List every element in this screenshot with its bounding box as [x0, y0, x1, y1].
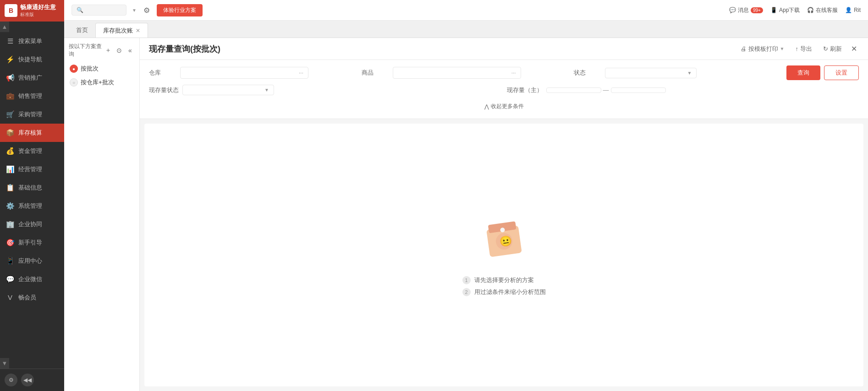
print-dropdown-icon: ▼ — [780, 46, 785, 51]
sidebar-item-quick-nav[interactable]: ⚡ 快捷导航 — [0, 50, 64, 69]
empty-icon-svg: 😐 — [477, 214, 532, 269]
sidebar-item-enterprise[interactable]: 🏢 企业协同 — [0, 215, 64, 234]
user-avatar[interactable]: 👤 Rit — [845, 7, 861, 13]
sidebar-item-wechat[interactable]: 💬 企业微信 — [0, 270, 64, 288]
refresh-btn[interactable]: ↻ 刷新 — [819, 43, 846, 55]
sidebar-item-purchase[interactable]: 🛒 采购管理 — [0, 105, 64, 124]
printer-icon: 🖨 — [741, 45, 747, 52]
sidebar-item-sales[interactable]: 💼 销售管理 — [0, 87, 64, 105]
online-service-btn[interactable]: 🎧 在线客服 — [807, 6, 838, 14]
sidebar-item-sales-label: 销售管理 — [18, 92, 42, 100]
inventory-icon: 📦 — [5, 128, 15, 137]
sidebar-item-basic-info[interactable]: 📋 基础信息 — [0, 179, 64, 197]
page-title: 现存量查询(按批次) — [149, 43, 220, 54]
topbar: 🔍 ▼ ⚙ 体验行业方案 💬 消息 99+ 📱 App下载 🎧 在线客服 — [64, 0, 868, 21]
tab-home[interactable]: 首页 — [69, 23, 95, 38]
enterprise-icon: 🏢 — [5, 220, 15, 229]
sidebar-item-finance-label: 资金管理 — [18, 147, 42, 155]
page-area: 按以下方案查询 ＋ ⊙ « ● 按批次 ○ 按仓库+批次 — [64, 38, 868, 391]
step-2-text: 用过滤条件来缩小分析范围 — [474, 288, 546, 296]
experience-industry-btn[interactable]: 体验行业方案 — [157, 4, 203, 16]
inventory-qty-label: 现存量（主） — [507, 86, 543, 94]
sidebar-item-marketing-label: 营销推广 — [18, 74, 42, 82]
message-btn[interactable]: 💬 消息 99+ — [729, 6, 763, 14]
search-dropdown-arrow[interactable]: ▼ — [132, 8, 137, 13]
settings-bottom-btn[interactable]: ⚙ — [5, 374, 17, 386]
left-panel: 按以下方案查询 ＋ ⊙ « ● 按批次 ○ 按仓库+批次 — [64, 38, 140, 391]
search-icon: 🔍 — [77, 7, 83, 13]
sidebar-item-finance[interactable]: 💰 资金管理 — [0, 142, 64, 160]
guide-icon: 🎯 — [5, 238, 15, 247]
collapse-more-btn[interactable]: ⋀ 收起更多条件 — [149, 100, 859, 113]
empty-illustration: 😐 — [477, 214, 532, 269]
basic-info-icon: 📋 — [5, 183, 15, 192]
message-label: 消息 — [738, 6, 749, 14]
tab-inventory-batch[interactable]: 库存批次账 ✕ — [95, 23, 148, 38]
tabs-bar: 首页 库存批次账 ✕ — [64, 21, 868, 38]
export-btn[interactable]: ↑ 导出 — [792, 43, 816, 55]
page-actions: 🖨 按模板打印 ▼ ↑ 导出 ↻ 刷新 ✕ — [737, 43, 859, 55]
sidebar-item-marketing[interactable]: 📢 营销推广 — [0, 69, 64, 87]
sidebar-item-purchase-label: 采购管理 — [18, 110, 42, 119]
inventory-status-select[interactable]: ▼ — [182, 85, 274, 95]
inventory-qty-to[interactable] — [611, 87, 666, 93]
app-logo: B — [5, 4, 17, 17]
tab-close-icon[interactable]: ✕ — [136, 27, 140, 34]
sidebar-item-system[interactable]: ⚙️ 系统管理 — [0, 197, 64, 215]
sidebar-collapse-btn[interactable]: ◀◀ — [21, 374, 34, 386]
scheme-item-warehouse-batch[interactable]: ○ 按仓库+批次 — [64, 76, 139, 89]
sidebar-item-app-center-label: 应用中心 — [18, 257, 42, 265]
search-menu-icon: ☰ — [5, 37, 15, 46]
online-service-label: 在线客服 — [816, 6, 838, 14]
query-btn[interactable]: 查询 — [786, 65, 820, 80]
sidebar-item-operations[interactable]: 📊 经营管理 — [0, 160, 64, 179]
left-panel-header: 按以下方案查询 ＋ ⊙ « — [64, 43, 139, 62]
app-info: 畅康通好生意 标准版 — [20, 4, 56, 18]
sidebar-item-app-center[interactable]: 📱 应用中心 — [0, 252, 64, 270]
sidebar-scroll-up[interactable]: ▲ — [0, 22, 9, 32]
scheme-batch-label: 按批次 — [81, 65, 99, 73]
goods-input[interactable]: ··· — [393, 67, 521, 79]
app-center-icon: 📱 — [5, 256, 15, 266]
page-header: 现存量查询(按批次) 🖨 按模板打印 ▼ ↑ 导出 ↻ — [140, 38, 868, 60]
range-dash: — — [603, 87, 609, 93]
app-download-btn[interactable]: 📱 App下载 — [770, 6, 800, 14]
export-btn-label: 导出 — [800, 45, 812, 53]
warehouse-input[interactable]: ··· — [180, 67, 308, 79]
sidebar-bottom: ⚙ ◀◀ — [0, 369, 64, 391]
warehouse-filter: 仓库 ··· — [149, 67, 356, 79]
topbar-search[interactable]: 🔍 — [71, 5, 126, 16]
add-scheme-icon[interactable]: ＋ — [104, 46, 113, 55]
print-btn[interactable]: 🖨 按模板打印 ▼ — [737, 43, 788, 55]
content-area: 😐 1 请先选择要分析的方案 2 用过滤条件来缩小分析范围 — [144, 124, 863, 386]
settings-btn[interactable]: 设置 — [824, 65, 859, 80]
inventory-qty-from[interactable] — [546, 87, 601, 93]
left-panel-title: 按以下方案查询 — [69, 43, 104, 58]
step-2-num: 2 — [462, 288, 471, 296]
collapse-more-label: 收起更多条件 — [491, 103, 524, 110]
member-icon: V — [5, 293, 15, 302]
close-right-panel-btn[interactable]: ✕ — [849, 43, 859, 55]
sidebar-item-guide-label: 新手引导 — [18, 239, 42, 247]
refresh-icon: ↻ — [823, 45, 828, 52]
status-select[interactable]: ▼ — [605, 68, 697, 78]
scheme-settings-icon[interactable]: ⊙ — [115, 46, 124, 55]
refresh-btn-label: 刷新 — [830, 45, 842, 53]
quick-nav-icon: ⚡ — [5, 55, 15, 64]
scheme-batch-dot: ● — [70, 65, 78, 73]
marketing-icon: 📢 — [5, 73, 15, 82]
sidebar-scroll-down[interactable]: ▼ — [0, 358, 9, 369]
print-btn-label: 按模板打印 — [748, 45, 778, 53]
scheme-item-batch[interactable]: ● 按批次 — [64, 62, 139, 76]
empty-steps: 1 请先选择要分析的方案 2 用过滤条件来缩小分析范围 — [462, 276, 546, 296]
app-download-icon: 📱 — [770, 7, 777, 13]
scheme-collapse-icon[interactable]: « — [126, 46, 135, 55]
svg-text:😐: 😐 — [499, 234, 513, 249]
topbar-gear-icon[interactable]: ⚙ — [142, 5, 151, 15]
inventory-status-label: 现存量状态 — [149, 86, 179, 94]
sidebar-item-member[interactable]: V 畅会员 — [0, 288, 64, 307]
sidebar-item-inventory[interactable]: 📦 库存核算 — [0, 124, 64, 142]
sidebar-item-search[interactable]: ☰ 搜索菜单 — [0, 32, 64, 50]
sidebar-item-guide[interactable]: 🎯 新手引导 — [0, 234, 64, 252]
empty-state: 😐 1 请先选择要分析的方案 2 用过滤条件来缩小分析范围 — [462, 214, 546, 296]
